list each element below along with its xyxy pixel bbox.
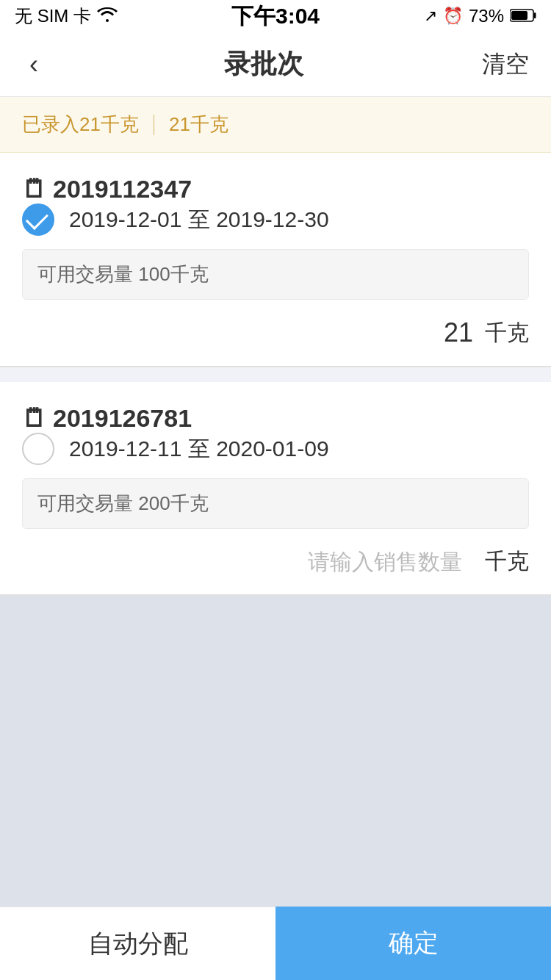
confirm-button[interactable]: 确定 (276, 907, 551, 980)
batch-id-2: 🗒 2019126781 (22, 404, 529, 433)
gray-area (0, 596, 551, 919)
info-divider (154, 115, 154, 135)
batch-date-row-1[interactable]: 2019-12-01 至 2019-12-30 (22, 203, 529, 236)
input-row-2[interactable]: 千克 (0, 529, 551, 596)
batch-id-icon-1: 🗒 (22, 175, 47, 203)
section-divider (0, 367, 551, 382)
carrier-text: 无 SIM 卡 (15, 4, 91, 28)
wifi-icon (97, 6, 118, 26)
back-button[interactable]: ‹ (22, 42, 46, 87)
page-title: 录批次 (224, 46, 303, 82)
batch-date-1: 2019-12-01 至 2019-12-30 (69, 205, 329, 235)
batch-id-icon-2: 🗒 (22, 404, 47, 433)
batch-item-2: 🗒 2019126781 2019-12-11 至 2020-01-09 可用交… (0, 382, 551, 529)
location-icon: ↗ (424, 7, 437, 26)
quantity-value-1: 21 (444, 317, 473, 348)
avail-bar-1: 可用交易量 100千克 (22, 249, 529, 300)
batch-id-1: 🗒 2019112347 (22, 175, 529, 203)
bottom-bar: 自动分配 确定 (0, 907, 551, 980)
status-right: ↗ ⏰ 73% (424, 6, 536, 26)
radio-btn-1[interactable] (22, 203, 54, 236)
battery-icon (510, 6, 536, 26)
info-banner: 已录入21千克 21千克 (0, 97, 551, 153)
quantity-unit-1: 千克 (485, 318, 529, 348)
input-unit-2: 千克 (485, 547, 529, 577)
auto-distribute-button[interactable]: 自动分配 (0, 907, 276, 980)
clear-button[interactable]: 清空 (482, 48, 529, 81)
status-left: 无 SIM 卡 (15, 4, 118, 28)
batch-date-row-2[interactable]: 2019-12-11 至 2020-01-09 (22, 433, 529, 465)
svg-rect-2 (511, 11, 527, 20)
battery-text: 73% (469, 6, 504, 26)
nav-bar: ‹ 录批次 清空 (0, 32, 551, 97)
status-bar: 无 SIM 卡 下午3:04 ↗ ⏰ 73% (0, 0, 551, 32)
batch-item-1: 🗒 2019112347 2019-12-01 至 2019-12-30 可用交… (0, 153, 551, 300)
batch-date-2: 2019-12-11 至 2020-01-09 (69, 434, 329, 464)
quantity-row-1: 21 千克 (0, 300, 551, 367)
radio-btn-2[interactable] (22, 433, 54, 465)
recorded-amount: 已录入21千克 (22, 112, 139, 137)
status-time: 下午3:04 (231, 1, 320, 32)
total-amount: 21千克 (169, 112, 228, 137)
svg-rect-1 (534, 12, 536, 18)
avail-bar-2: 可用交易量 200千克 (22, 478, 529, 529)
quantity-input-2[interactable] (22, 550, 473, 574)
alarm-icon: ⏰ (443, 7, 463, 26)
